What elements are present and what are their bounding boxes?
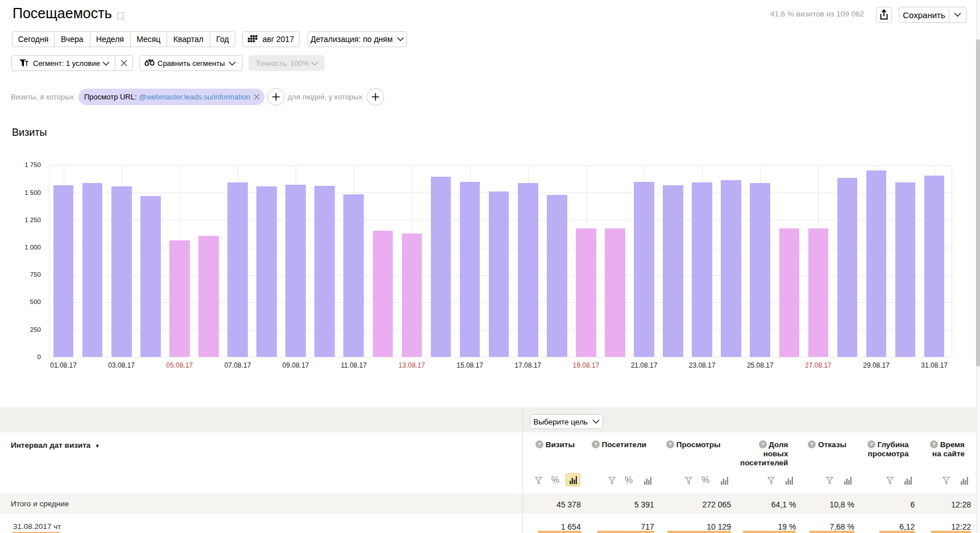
svg-text:?: ? <box>594 441 597 447</box>
svg-text:?: ? <box>811 441 814 447</box>
svg-text:?: ? <box>538 441 541 447</box>
svg-text:?: ? <box>932 441 936 447</box>
svg-text:?: ? <box>870 441 873 447</box>
svg-text:?: ? <box>668 441 672 447</box>
svg-text:?: ? <box>761 441 765 447</box>
